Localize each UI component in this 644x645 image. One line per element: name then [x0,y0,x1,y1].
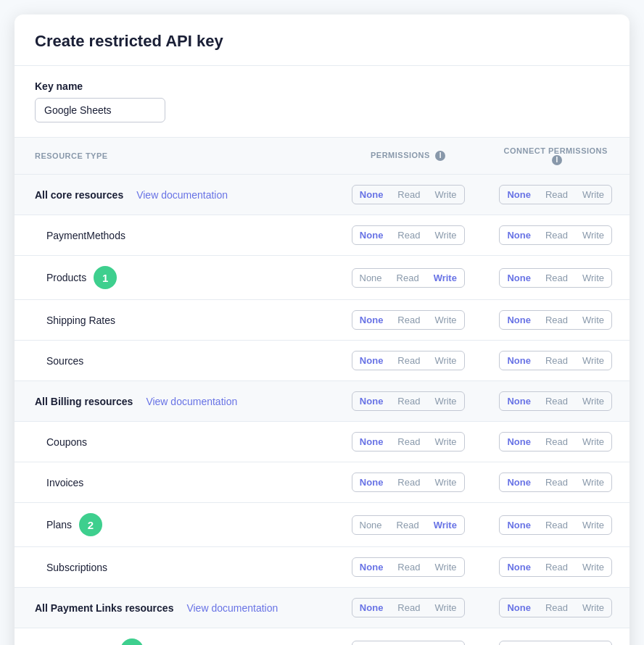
resource-cell-coupons: Coupons [15,422,334,462]
permission-btn-write-perm-sources[interactable]: Write [427,351,463,370]
permission-btn-none-perm-all-core[interactable]: None [352,186,391,204]
permission-btn-write-connect-payment-links[interactable]: Write [575,641,611,645]
permission-btn-read-perm-coupons[interactable]: Read [390,433,427,451]
permission-btn-write-perm-subscriptions[interactable]: Write [427,558,463,576]
permission-btn-read-perm-products[interactable]: Read [389,269,426,287]
permission-btn-write-connect-products[interactable]: Write [575,269,611,287]
permission-btn-read-connect-sources[interactable]: Read [538,351,575,370]
permission-btn-none-perm-payment-methods[interactable]: None [352,226,391,244]
permission-btn-read-perm-invoices[interactable]: Read [390,473,427,491]
view-docs-link-all-core[interactable]: View documentation [136,189,228,201]
permission-btn-none-perm-invoices[interactable]: None [352,473,391,491]
permission-btn-read-connect-shipping-rates[interactable]: Read [538,311,575,329]
permission-btn-read-perm-sources[interactable]: Read [390,351,427,370]
resource-name-subscriptions: Subscriptions [46,562,107,573]
permission-btn-write-connect-all-core[interactable]: Write [575,186,611,204]
permission-btn-write-connect-all-payment-links[interactable]: Write [575,599,611,617]
permission-btn-none-perm-all-billing[interactable]: None [352,392,391,410]
permission-btn-read-connect-plans[interactable]: Read [538,516,575,534]
permission-btn-none-connect-coupons[interactable]: None [500,433,538,451]
permission-btn-write-perm-all-core[interactable]: Write [427,186,463,204]
permission-btn-none-connect-plans[interactable]: None [500,516,538,534]
permission-btn-write-connect-plans[interactable]: Write [575,516,611,534]
resource-cell-payment-links: Payment Links3 [15,628,334,645]
permission-group-connect-coupons: NoneReadWrite [499,432,612,452]
permission-btn-read-connect-coupons[interactable]: Read [538,433,575,451]
permission-btn-write-perm-all-payment-links[interactable]: Write [427,599,463,617]
permission-btn-read-perm-all-billing[interactable]: Read [390,392,427,410]
permission-btn-read-connect-payment-links[interactable]: Read [538,641,575,645]
permission-btn-read-connect-all-core[interactable]: Read [538,186,575,204]
permission-btn-read-perm-payment-links[interactable]: Read [389,641,426,645]
permission-btn-none-perm-shipping-rates[interactable]: None [352,311,391,329]
permission-group-connect-payment-links: NoneReadWrite [499,641,612,645]
key-name-label: Key name [35,80,609,92]
permission-btn-none-perm-subscriptions[interactable]: None [352,558,391,576]
permission-btn-none-connect-all-payment-links[interactable]: None [500,599,538,617]
permission-btn-none-connect-shipping-rates[interactable]: None [500,311,538,329]
permission-btn-none-connect-all-core[interactable]: None [500,186,538,204]
permission-btn-none-perm-sources[interactable]: None [352,351,391,370]
permission-btn-read-connect-subscriptions[interactable]: Read [538,558,575,576]
permission-btn-read-perm-shipping-rates[interactable]: Read [390,311,427,329]
permission-btn-read-perm-payment-methods[interactable]: Read [390,226,427,244]
permission-btn-read-connect-invoices[interactable]: Read [538,473,575,491]
permission-btn-none-connect-subscriptions[interactable]: None [500,558,538,576]
view-docs-link-all-billing[interactable]: View documentation [146,396,237,407]
connect-permissions-info-icon[interactable]: i [552,155,562,165]
permission-btn-none-perm-payment-links[interactable]: None [352,641,389,645]
connect-permissions-cell-products: NoneReadWrite [482,256,629,300]
permission-group-connect-sources: NoneReadWrite [499,351,612,370]
connect-permissions-cell-shipping-rates: NoneReadWrite [482,300,629,341]
permission-btn-write-connect-shipping-rates[interactable]: Write [575,311,611,329]
resource-name-plans: Plans [46,519,72,530]
permission-btn-none-connect-all-billing[interactable]: None [500,392,538,410]
permission-btn-read-perm-all-payment-links[interactable]: Read [390,599,427,617]
permission-btn-none-perm-plans[interactable]: None [352,516,389,534]
permission-btn-read-perm-subscriptions[interactable]: Read [390,558,427,576]
view-docs-link-all-payment-links[interactable]: View documentation [186,602,278,614]
permission-group-connect-all-core: NoneReadWrite [499,185,612,204]
permission-btn-none-connect-invoices[interactable]: None [500,473,538,491]
permission-btn-write-perm-payment-links[interactable]: Write [426,641,464,645]
permission-btn-write-perm-shipping-rates[interactable]: Write [427,311,463,329]
permission-btn-none-connect-products[interactable]: None [500,269,538,287]
permission-btn-none-perm-all-payment-links[interactable]: None [352,599,391,617]
resource-cell-sources: Sources [15,341,334,381]
permission-btn-write-connect-coupons[interactable]: Write [575,433,611,451]
permission-btn-read-connect-products[interactable]: Read [538,269,575,287]
permission-btn-write-perm-all-billing[interactable]: Write [427,392,463,410]
permission-btn-read-connect-all-billing[interactable]: Read [538,392,575,410]
resource-name-products: Products [46,272,86,283]
permission-btn-write-perm-plans[interactable]: Write [426,516,464,534]
permission-btn-none-perm-coupons[interactable]: None [352,433,391,451]
permission-btn-read-connect-all-payment-links[interactable]: Read [538,599,575,617]
permission-btn-write-perm-payment-methods[interactable]: Write [427,226,463,244]
permission-btn-none-perm-products[interactable]: None [352,269,389,287]
permission-btn-write-connect-invoices[interactable]: Write [575,473,611,491]
permission-btn-read-connect-payment-methods[interactable]: Read [538,226,575,244]
permission-btn-none-connect-sources[interactable]: None [500,351,538,370]
permission-btn-write-connect-subscriptions[interactable]: Write [575,558,611,576]
table-row-plans: Plans2NoneReadWriteNoneReadWrite [15,503,629,547]
connect-permissions-cell-payment-links: NoneReadWrite [482,628,629,645]
permission-btn-write-perm-invoices[interactable]: Write [427,473,463,491]
permissions-cell-all-payment-links: NoneReadWrite [334,588,482,628]
permissions-cell-payment-links: NoneReadWrite [334,628,482,645]
resource-cell-products: Products1 [15,256,334,300]
permission-btn-read-perm-all-core[interactable]: Read [390,186,427,204]
permission-group-connect-all-payment-links: NoneReadWrite [499,598,612,617]
permission-btn-write-connect-sources[interactable]: Write [575,351,611,370]
permission-group-connect-shipping-rates: NoneReadWrite [499,310,612,330]
permissions-info-icon[interactable]: i [435,151,445,161]
key-name-input[interactable] [35,98,165,122]
permission-btn-write-connect-payment-methods[interactable]: Write [575,226,611,244]
permission-btn-write-connect-all-billing[interactable]: Write [575,392,611,410]
permission-btn-none-connect-payment-links[interactable]: None [500,641,538,645]
connect-permissions-cell-plans: NoneReadWrite [482,503,629,547]
table-row-payment-links: Payment Links3NoneReadWriteNoneReadWrite [15,628,629,645]
permission-btn-write-perm-products[interactable]: Write [426,269,464,287]
permission-btn-read-perm-plans[interactable]: Read [389,516,426,534]
permission-btn-write-perm-coupons[interactable]: Write [427,433,463,451]
permission-btn-none-connect-payment-methods[interactable]: None [500,226,538,244]
